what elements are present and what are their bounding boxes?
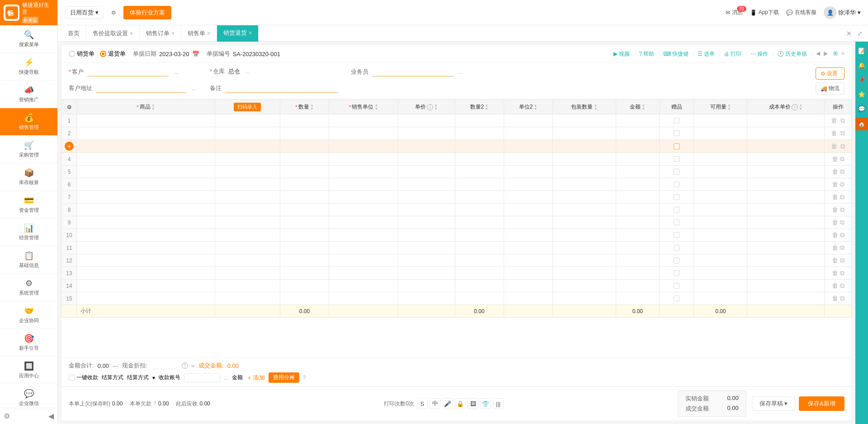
right-panel-chat-btn[interactable]: 💬 (856, 103, 867, 114)
amount-cell-3[interactable] (616, 140, 659, 153)
tab-home[interactable]: 首页 (61, 25, 86, 42)
gift-checkbox-6[interactable] (674, 181, 679, 187)
right-panel-note-btn[interactable]: 📝 (856, 45, 867, 56)
copy-row-13-btn[interactable]: ⧉ (839, 269, 845, 277)
app-download-btn[interactable]: 📱 App下载 (750, 9, 779, 16)
copy-row-1-btn[interactable]: ⧉ (840, 117, 846, 124)
pack-sort-icon[interactable]: ▲▼ (594, 104, 597, 111)
list-view-icon[interactable]: ≡ (841, 50, 844, 58)
qty-sort-icon[interactable]: ▲▼ (310, 104, 314, 111)
shortcuts-btn[interactable]: ⌨ 快捷键 (663, 50, 694, 58)
sidebar-collapse-btn[interactable]: ◀ (48, 412, 54, 420)
account-dots[interactable]: ... (224, 375, 228, 381)
address-select-btn[interactable]: ... (192, 85, 196, 91)
sidebar-item-apps[interactable]: 🔲 应用中心 (0, 357, 57, 384)
pack-cell-1[interactable] (552, 114, 616, 127)
fee-help-icon[interactable]: ? (303, 375, 306, 381)
unit-cell-1[interactable] (329, 114, 398, 127)
product-cell-1[interactable] (77, 114, 215, 127)
customer-input[interactable] (87, 67, 169, 76)
user-menu[interactable]: 👤 徐泽华 ▾ (824, 6, 861, 19)
copy-row-3-btn[interactable]: ⧉ (840, 143, 846, 150)
price-cell-1[interactable] (398, 114, 455, 127)
gift-checkbox-10[interactable] (674, 232, 679, 238)
pack-cell-3[interactable] (552, 140, 616, 153)
gift-checkbox-8[interactable] (674, 207, 679, 213)
copy-row-2-btn[interactable]: ⧉ (840, 129, 846, 137)
save-draft-btn[interactable]: 保存草稿 ▾ (752, 396, 796, 411)
delete-row-4-btn[interactable]: 🗑 (831, 155, 839, 162)
right-panel-pin-btn[interactable]: 📌 (856, 74, 867, 85)
unit2-cell-1[interactable] (504, 114, 552, 127)
sidebar-item-wechat[interactable]: 💬 企业微信 (0, 384, 57, 408)
th-scan[interactable]: 扫码录入 (215, 100, 280, 114)
close-window-btn[interactable]: ✕ (844, 29, 854, 38)
amount-cell-2[interactable] (616, 127, 659, 140)
print-btn[interactable]: 🖨 打印 (724, 50, 747, 58)
gift-checkbox-13[interactable] (674, 270, 679, 276)
overdue-icon[interactable]: ? (153, 400, 156, 407)
tool-s-icon[interactable]: S (417, 398, 428, 409)
select-btn[interactable]: ☰ 选单 (698, 50, 720, 58)
delete-row-1-btn[interactable]: 🗑 (830, 117, 838, 124)
add-row-icon[interactable]: + (65, 142, 74, 151)
calendar-icon[interactable]: 📅 (192, 51, 199, 57)
sidebar-item-operations[interactable]: 📊 经营管理 (0, 219, 57, 246)
one-click-checkbox[interactable] (69, 375, 75, 381)
radio-sales[interactable]: 销货单 (69, 50, 94, 58)
maximize-btn[interactable]: ⤢ (855, 29, 864, 38)
product-sort-icon[interactable]: ▲▼ (151, 104, 155, 111)
remark-input[interactable] (225, 84, 338, 93)
qty2-cell-2[interactable] (455, 127, 504, 140)
delete-row-13-btn[interactable]: 🗑 (831, 269, 839, 276)
radio-return[interactable]: 退货单 (100, 50, 126, 58)
grid-view-icon[interactable]: ⊞ (833, 50, 838, 58)
gift-checkbox-12[interactable] (674, 257, 679, 263)
gift-cell-2[interactable] (659, 127, 694, 140)
address-input[interactable] (96, 84, 186, 93)
cost-cell-2[interactable] (747, 127, 825, 140)
row-add-btn[interactable]: + (62, 140, 77, 153)
gift-checkbox-1[interactable] (674, 118, 679, 124)
tab-return[interactable]: 销货退货 × (217, 25, 259, 42)
staff-select-btn[interactable]: ... (459, 69, 463, 75)
delete-row-6-btn[interactable]: 🗑 (831, 181, 839, 188)
delete-row-8-btn[interactable]: 🗑 (831, 206, 839, 213)
sidebar-item-shortcut[interactable]: ⚡ 快捷导航 (0, 53, 57, 81)
product-cell-3[interactable] (77, 140, 215, 153)
sidebar-item-basic[interactable]: 📋 基础信息 (0, 246, 57, 274)
sidebar-item-enterprise[interactable]: 🤝 企业协同 (0, 301, 57, 329)
qty2-cell-3[interactable] (455, 140, 504, 153)
tab-sales-order[interactable]: 销售订单 × (140, 25, 181, 42)
cost-price-info-icon[interactable]: i (792, 104, 798, 110)
add-payment-btn[interactable]: ＋ 添加 (246, 374, 265, 382)
copy-row-15-btn[interactable]: ⧉ (839, 295, 845, 302)
delete-row-14-btn[interactable]: 🗑 (831, 282, 839, 289)
delete-row-2-btn[interactable]: 🗑 (830, 129, 838, 137)
cost-cell-3[interactable] (747, 140, 825, 153)
product-cell-2[interactable] (77, 127, 215, 140)
delete-row-3-btn[interactable]: 🗑 (830, 143, 838, 150)
pack-cell-2[interactable] (552, 127, 616, 140)
one-click-payment[interactable]: 一键收款 (69, 374, 98, 381)
price-cell-2[interactable] (398, 127, 455, 140)
qty2-cell-1[interactable] (455, 114, 504, 127)
sidebar-item-search[interactable]: 🔍 搜索菜单 (0, 25, 57, 53)
amount-sort-icon[interactable]: ▲▼ (642, 104, 645, 111)
settings-btn[interactable]: ⚙ 设置 (816, 67, 844, 80)
tab-close-price[interactable]: × (130, 30, 133, 37)
history-btn[interactable]: 🕐 历史单据 (777, 50, 812, 58)
sidebar-item-marketing[interactable]: 📣 营销推广 (0, 81, 57, 108)
copy-row-14-btn[interactable]: ⧉ (839, 282, 845, 290)
nav-prev-icon[interactable]: ◀ (816, 50, 820, 58)
qty-cell-3[interactable] (280, 140, 329, 153)
avail-cell-1[interactable] (694, 114, 747, 127)
gift-checkbox-14[interactable] (674, 283, 679, 289)
gift-cell-3[interactable] (659, 140, 694, 153)
sidebar-item-inventory[interactable]: 📦 库存核算 (0, 163, 57, 191)
company-dropdown[interactable]: 日用百货 ▾ (65, 6, 104, 19)
copy-row-10-btn[interactable]: ⧉ (839, 231, 845, 239)
delete-row-5-btn[interactable]: 🗑 (831, 168, 839, 175)
delete-row-15-btn[interactable]: 🗑 (831, 295, 839, 302)
warehouse-select-btn[interactable]: ... (245, 68, 250, 75)
